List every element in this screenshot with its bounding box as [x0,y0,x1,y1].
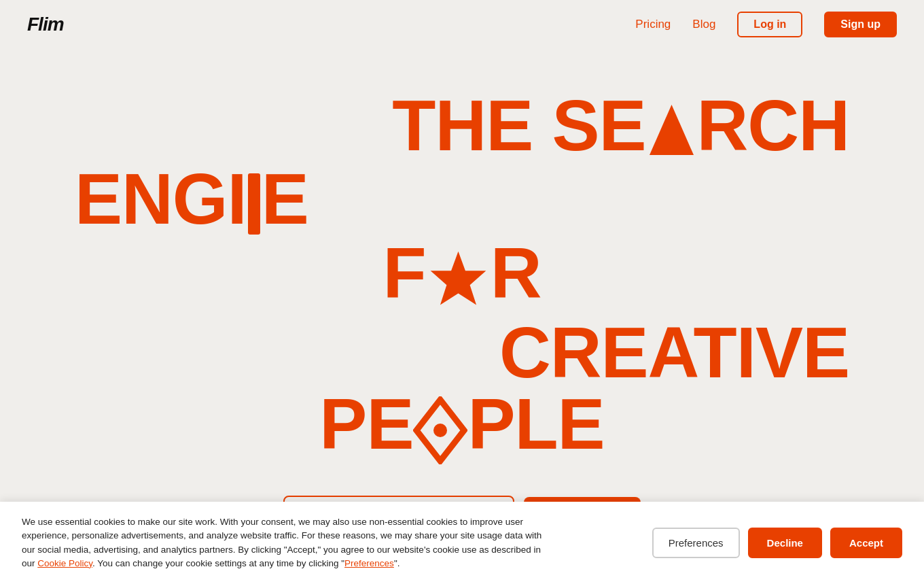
bar-i-icon [248,173,260,235]
nav-blog[interactable]: Blog [692,18,715,31]
cookie-text-end: . You can change your cookie settings at… [92,558,344,568]
login-button[interactable]: Log in [737,12,802,37]
hero-line-5: PE PLE [75,388,849,468]
hero-section: THE SE RCH ENGIE F R CREATIVE PE [0,49,924,569]
starburst-svg [426,248,491,313]
cookie-text: We use essential cookies to make our sit… [22,515,552,570]
svg-marker-0 [650,105,694,155]
nav-right: Pricing Blog Log in Sign up [635,12,897,37]
cookie-banner: We use essential cookies to make our sit… [0,502,924,584]
starburst-icon [426,241,491,317]
triangle-icon [646,99,697,160]
cookie-policy-link[interactable]: Cookie Policy [37,558,92,568]
svg-marker-1 [430,251,486,305]
nav-pricing[interactable]: Pricing [635,18,671,31]
decline-button[interactable]: Decline [748,528,822,558]
hero-line-2: ENGIE [75,163,849,237]
diamond-svg [413,396,467,464]
signup-button[interactable]: Sign up [824,12,897,37]
hero-line-3: F R [75,237,849,317]
hero-title-container: THE SE RCH ENGIE F R CREATIVE PE [54,90,870,468]
navbar: Flim Pricing Blog Log in Sign up [0,0,924,49]
cookie-preferences-link[interactable]: Preferences [344,558,394,568]
preferences-button[interactable]: Preferences [652,528,740,558]
accept-button[interactable]: Accept [830,528,902,558]
svg-point-3 [433,424,447,437]
logo: Flim [27,14,64,35]
hero-line-4: CREATIVE [75,317,849,388]
cookie-buttons: Preferences Decline Accept [652,528,902,558]
triangle-a-icon [646,90,697,163]
cookie-text-close: ". [394,558,400,568]
diamond-icon [413,391,467,468]
hero-line-1: THE SE RCH [75,90,849,163]
